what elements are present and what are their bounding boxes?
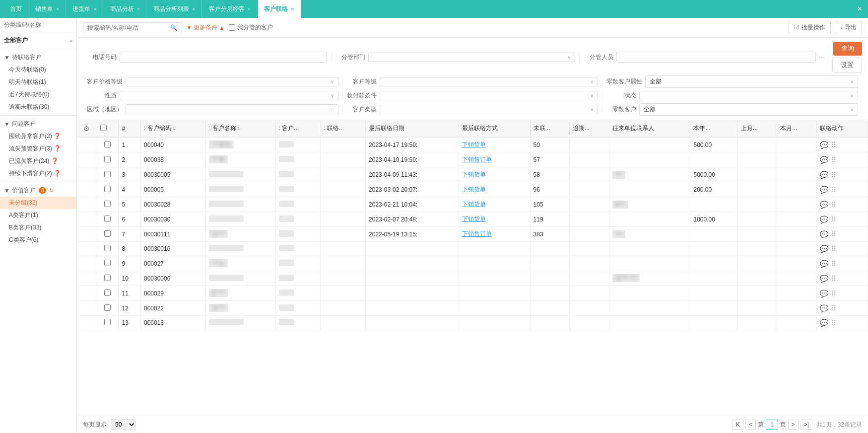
tab-customer-contact[interactable]: 客户联络 ×	[258, 0, 300, 18]
payment-select[interactable]: ∨	[380, 91, 599, 100]
row-checkbox[interactable]	[104, 319, 111, 325]
row-checkbox[interactable]	[104, 245, 111, 251]
last-page-btn[interactable]: >|	[801, 420, 812, 430]
sidebar-item-7days-pending[interactable]: 近7天待联络(0)	[0, 88, 76, 101]
grid-icon[interactable]: ⠿	[831, 304, 836, 312]
close-product-analysis-list-tab[interactable]: ×	[192, 6, 195, 12]
grid-icon[interactable]: ⠿	[831, 216, 836, 223]
row-checkbox[interactable]	[104, 171, 111, 177]
row-checkbox[interactable]	[104, 186, 111, 192]
tab-product-analysis-list[interactable]: 商品分析列表 ×	[147, 0, 201, 18]
query-button[interactable]: 查询	[833, 42, 862, 56]
sidebar-item-today-pending[interactable]: 今天待联络(0)	[0, 64, 76, 76]
comment-icon[interactable]: 💬	[820, 201, 828, 209]
comment-icon[interactable]: 💬	[820, 260, 828, 268]
sidebar-item-churn-warning[interactable]: 流失预警客户(3) ❓	[0, 143, 76, 155]
batch-ops-button[interactable]: ☑ 批量操作	[789, 21, 830, 34]
first-page-btn[interactable]: K	[733, 420, 743, 430]
tab-customer-segment[interactable]: 客户分层经客 ×	[203, 0, 257, 18]
dept-select[interactable]: ∨	[368, 53, 576, 62]
row-checkbox[interactable]	[104, 230, 111, 237]
close-product-analysis-tab[interactable]: ×	[137, 6, 140, 12]
manager-more-icon[interactable]: ···	[819, 54, 824, 61]
sidebar-item-abnormal[interactable]: 囤购异常客户(2) ❓	[0, 130, 76, 143]
last-method-link[interactable]: 下销货单	[462, 186, 486, 193]
comment-icon[interactable]: 💬	[820, 319, 828, 327]
sidebar-search-input[interactable]	[4, 21, 77, 28]
manager-input[interactable]	[616, 52, 816, 63]
comment-icon[interactable]: 💬	[820, 230, 828, 238]
comment-icon[interactable]: 💬	[820, 289, 828, 297]
comment-icon[interactable]: 💬	[820, 171, 828, 179]
row-checkbox[interactable]	[104, 304, 111, 311]
grid-icon[interactable]: ⠿	[831, 171, 836, 179]
comment-icon[interactable]: 💬	[820, 141, 828, 149]
close-customer-segment-tab[interactable]: ×	[248, 6, 251, 12]
tab-home[interactable]: 首页	[4, 0, 28, 18]
retail-select[interactable]: 全部 ∨	[639, 103, 858, 116]
grid-icon[interactable]: ⠿	[831, 289, 836, 297]
row-checkbox[interactable]	[104, 289, 111, 296]
last-method-link[interactable]: 下销货单	[462, 141, 486, 148]
grid-icon[interactable]: ⠿	[831, 186, 836, 194]
last-method-link[interactable]: 下销售订单	[462, 156, 492, 163]
sidebar-group-pending[interactable]: ▼ 待联络客户	[0, 51, 76, 64]
grid-icon[interactable]: ⠿	[831, 156, 836, 164]
last-method-link[interactable]: 下销售订单	[462, 230, 492, 237]
page-size-select[interactable]: 50 20 100	[111, 419, 136, 430]
close-customer-contact-tab[interactable]: ×	[291, 6, 294, 12]
sidebar-item-lost[interactable]: 已流失客户(24) ❓	[0, 155, 76, 167]
row-checkbox[interactable]	[104, 216, 111, 222]
sidebar-item-tomorrow-pending[interactable]: 明天待联络(1)	[0, 76, 76, 88]
last-method-link[interactable]: 下销货单	[462, 201, 486, 208]
retail-attr-select[interactable]: 全部 ∨	[645, 75, 858, 88]
sidebar-item-declining[interactable]: 持续下滑客户(2) ❓	[0, 167, 76, 180]
region-select[interactable]: ···	[126, 104, 338, 115]
tab-purchase[interactable]: 进货单 ×	[67, 0, 103, 18]
sidebar-item-class-c[interactable]: C类客户(6)	[0, 234, 76, 246]
close-purchase-tab[interactable]: ×	[93, 6, 96, 12]
price-level-select[interactable]: ∨	[126, 77, 338, 86]
grid-icon[interactable]: ⠿	[831, 260, 836, 268]
nature-select[interactable]: ∨	[120, 91, 338, 100]
row-checkbox[interactable]	[104, 201, 111, 207]
comment-icon[interactable]: 💬	[820, 216, 828, 223]
prev-page-btn[interactable]: <	[745, 420, 756, 430]
next-page-btn[interactable]: >	[788, 420, 799, 430]
grid-icon[interactable]: ⠿	[831, 245, 836, 253]
sidebar-item-ungroup[interactable]: 未分组(32)	[0, 197, 76, 209]
export-button[interactable]: ↓ 导出	[835, 21, 862, 34]
row-checkbox[interactable]	[104, 141, 111, 147]
close-sales-tab[interactable]: ×	[56, 6, 59, 12]
my-customers-check[interactable]	[229, 24, 235, 31]
sidebar-item-class-a[interactable]: A类客户(1)	[0, 209, 76, 221]
row-checkbox[interactable]	[104, 275, 111, 281]
grid-icon[interactable]: ⠿	[831, 275, 836, 283]
grid-icon[interactable]: ⠿	[831, 230, 836, 238]
sidebar-item-class-b[interactable]: B类客户(33)	[0, 221, 76, 234]
customer-level-select[interactable]: ∨	[380, 77, 599, 86]
grid-icon[interactable]: ⠿	[831, 319, 836, 327]
last-method-link[interactable]: 下销货单	[462, 171, 486, 178]
select-all-checkbox[interactable]	[100, 125, 107, 131]
comment-icon[interactable]: 💬	[820, 156, 828, 164]
sidebar-item-overdue-contact[interactable]: 逾期未联络(30)	[0, 101, 76, 113]
grid-icon[interactable]: ⠿	[831, 141, 836, 149]
sidebar-group-value[interactable]: ▼ 价值客户 8 ↻	[0, 184, 76, 197]
my-customers-checkbox[interactable]: 我分管的客户	[229, 23, 273, 32]
row-checkbox[interactable]	[104, 260, 111, 266]
last-method-link[interactable]: 下销货单	[462, 216, 486, 222]
phone-input[interactable]	[120, 52, 327, 63]
main-search-input[interactable]	[87, 24, 168, 31]
collapse-sidebar-btn[interactable]: «	[69, 38, 72, 44]
tab-product-analysis[interactable]: 商品分析 ×	[104, 0, 146, 18]
comment-icon[interactable]: 💬	[820, 245, 828, 253]
row-checkbox[interactable]	[104, 156, 111, 162]
tab-sales[interactable]: 销售单 ×	[29, 0, 66, 18]
grid-icon[interactable]: ⠿	[831, 201, 836, 209]
reset-button[interactable]: 设置	[832, 58, 862, 72]
sidebar-group-problem[interactable]: ▼ 问题客户	[0, 118, 76, 130]
comment-icon[interactable]: 💬	[820, 304, 828, 312]
main-search-icon[interactable]: 🔍	[170, 24, 178, 31]
customer-type-select[interactable]: ∨	[380, 105, 599, 114]
